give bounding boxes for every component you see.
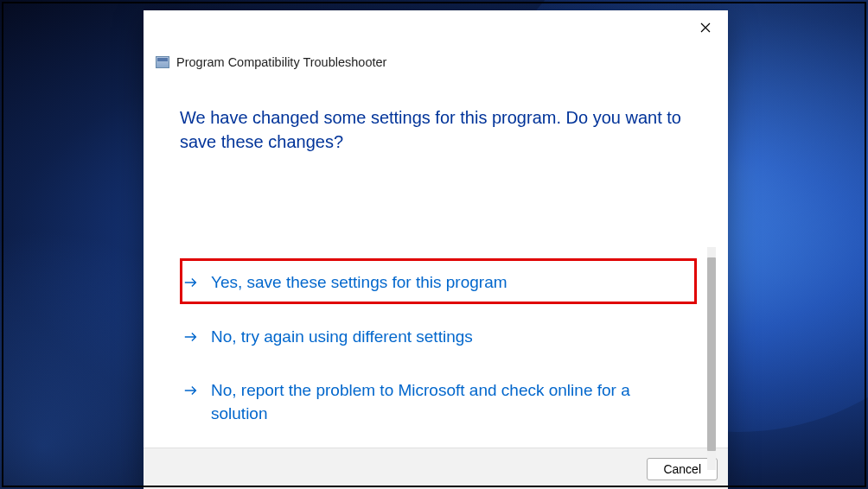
close-icon bbox=[700, 21, 711, 35]
arrow-right-icon bbox=[183, 383, 199, 398]
dialog-title: Program Compatibility Troubleshooter bbox=[176, 55, 386, 69]
scrollbar-thumb[interactable] bbox=[707, 257, 716, 451]
option-no-report[interactable]: No, report the problem to Microsoft and … bbox=[180, 369, 699, 435]
option-label: No, report the problem to Microsoft and … bbox=[211, 379, 661, 425]
close-button[interactable] bbox=[690, 16, 721, 40]
titlebar bbox=[144, 10, 728, 45]
dialog-header: Program Compatibility Troubleshooter bbox=[144, 45, 728, 69]
option-yes-save[interactable]: Yes, save these settings for this progra… bbox=[180, 261, 699, 305]
options-list: Yes, save these settings for this progra… bbox=[180, 261, 699, 435]
content-area: We have changed some settings for this p… bbox=[144, 69, 728, 448]
option-no-try-again[interactable]: No, try again using different settings bbox=[180, 315, 699, 359]
arrow-right-icon bbox=[183, 329, 199, 345]
main-heading: We have changed some settings for this p… bbox=[180, 105, 694, 154]
option-label: No, try again using different settings bbox=[211, 326, 473, 349]
dialog-footer: Cancel bbox=[144, 448, 728, 489]
arrow-right-icon bbox=[183, 275, 199, 290]
option-label: Yes, save these settings for this progra… bbox=[211, 271, 507, 295]
app-icon bbox=[156, 56, 169, 68]
troubleshooter-dialog: Program Compatibility Troubleshooter We … bbox=[144, 10, 728, 489]
